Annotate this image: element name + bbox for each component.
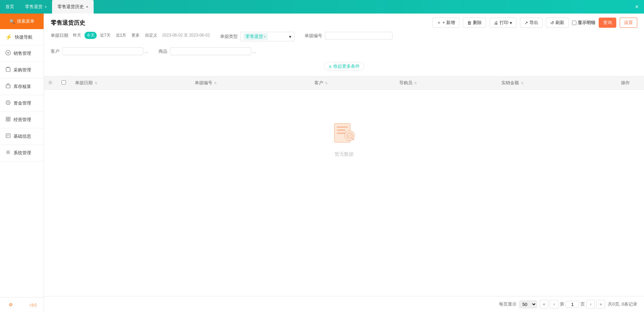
page-number-input[interactable] xyxy=(566,301,579,308)
date-more-btn[interactable]: 更多 xyxy=(129,32,142,39)
sidebar-item-inventory[interactable]: 库存核算 xyxy=(0,79,44,95)
empty-state: 暂无数据 xyxy=(44,90,644,184)
svg-rect-12 xyxy=(337,127,348,128)
finance-icon xyxy=(5,100,11,107)
print-button[interactable]: 🖨 打印 xyxy=(490,18,517,28)
filter-doc-no-group: 单据编号 xyxy=(305,32,392,40)
sidebar-item-quick-nav[interactable]: ⚡ 快捷导航 xyxy=(0,29,44,45)
query-button[interactable]: 查询 xyxy=(599,18,616,28)
page-first-btn[interactable]: « xyxy=(540,300,548,309)
sidebar-item-sales-mgmt-label: 销售管理 xyxy=(14,50,31,57)
page-size-select[interactable]: 20 50 100 xyxy=(519,300,537,308)
page-prev-btn[interactable]: ‹ xyxy=(550,300,558,309)
show-detail-checkbox[interactable] xyxy=(572,21,576,25)
sidebar-item-finance[interactable]: 资金管理 xyxy=(0,95,44,112)
sidebar-item-base-info[interactable]: 基础信息 xyxy=(0,128,44,145)
page-next-btn[interactable]: › xyxy=(586,300,595,309)
sidebar-menu: ⚡ 快捷导航 销售管理 采购管理 库存核算 xyxy=(0,29,44,297)
date-custom-btn[interactable]: 自定义 xyxy=(143,32,159,39)
th-actual-amount-label: 实销金额 xyxy=(501,80,519,85)
th-doc-no[interactable]: 单据编号 ⇅ xyxy=(191,76,310,90)
sidebar-item-sales-mgmt[interactable]: 销售管理 xyxy=(0,45,44,62)
tab-home-label: 首页 xyxy=(5,4,14,10)
doc-no-sort-icon: ⇅ xyxy=(214,81,217,85)
svg-rect-8 xyxy=(6,134,10,138)
sidebar-item-system-label: 系统管理 xyxy=(14,150,31,156)
date-last7-btn[interactable]: 近7天 xyxy=(98,32,113,39)
date-today-btn[interactable]: 今天 xyxy=(85,32,97,39)
th-doc-date[interactable]: 单据日期 ⇅ xyxy=(71,76,191,90)
page-total: 共0页, 0条记录 xyxy=(608,301,637,307)
sidebar-search[interactable]: 🔍 搜索菜单 xyxy=(0,14,44,29)
th-settings[interactable] xyxy=(44,76,57,90)
sidebar-item-system[interactable]: 系统管理 xyxy=(0,145,44,161)
delete-button[interactable]: 🗑 删除 xyxy=(463,18,486,28)
th-doc-date-label: 单据日期 xyxy=(75,80,93,85)
sidebar-item-base-info-label: 基础信息 xyxy=(14,133,31,139)
doc-no-input[interactable] xyxy=(325,32,392,40)
sidebar-settings-button[interactable]: ⚙ xyxy=(0,297,22,312)
show-detail-checkbox-label[interactable]: 显示明细 xyxy=(572,20,595,26)
sidebar-item-finance-label: 资金管理 xyxy=(14,100,31,106)
sidebar-item-operations-label: 经营管理 xyxy=(14,117,31,123)
new-button[interactable]: ＋ + 新增 xyxy=(432,18,459,28)
empty-text: 暂无数据 xyxy=(335,151,354,157)
type-select[interactable]: 零售退货 × xyxy=(240,32,294,41)
tab-retail-return-history[interactable]: 零售退货历史 × xyxy=(52,0,93,14)
goods-picker-icon[interactable]: ... xyxy=(253,49,256,54)
quick-nav-icon: ⚡ xyxy=(5,34,12,40)
type-filter-label: 单据类型 xyxy=(220,34,238,40)
date-yesterday-btn[interactable]: 昨天 xyxy=(71,32,83,39)
customer-filter-label: 客户 xyxy=(51,48,59,54)
page-word: 第 xyxy=(560,301,564,307)
customer-input[interactable] xyxy=(62,47,143,55)
th-actions-label: 操作 xyxy=(621,80,630,85)
page-nav: « ‹ 第 页 › » xyxy=(540,300,605,309)
date-last-month-btn[interactable]: 近1月 xyxy=(114,32,128,39)
th-customer[interactable]: 客户 ⇅ xyxy=(310,76,395,90)
svg-rect-4 xyxy=(6,117,8,119)
th-checkbox[interactable] xyxy=(57,76,71,90)
sidebar-search-label: 搜索菜单 xyxy=(17,18,34,24)
export-button[interactable]: ↗ 导出 xyxy=(520,18,543,28)
collapse-button[interactable]: ∧ 收起更多条件 xyxy=(324,62,364,71)
type-select-chevron xyxy=(289,34,291,39)
th-guide[interactable]: 导购员 ⇅ xyxy=(395,76,497,90)
main-layout: 🔍 搜索菜单 ⚡ 快捷导航 销售管理 采购管理 xyxy=(0,14,644,312)
tab-home[interactable]: 首页 xyxy=(0,0,20,14)
type-tag-close[interactable]: × xyxy=(264,35,266,39)
th-actual-amount[interactable]: 实销金额 ⇅ xyxy=(497,76,617,90)
empty-icon xyxy=(329,117,359,147)
sidebar-sound-button[interactable]: ◁◁ xyxy=(22,297,44,312)
customer-picker-icon[interactable]: ... xyxy=(145,49,148,54)
tab-retail-return[interactable]: 零售退货 × xyxy=(20,0,52,14)
page-title-row: 零售退货历史 ＋ + 新增 🗑 删除 🖨 打印 xyxy=(51,18,637,28)
type-tag-value: 零售退货 xyxy=(245,34,263,40)
page-unit: 页 xyxy=(580,301,585,307)
tab-retail-return-history-close[interactable]: × xyxy=(86,5,88,9)
window-close-button[interactable]: × xyxy=(629,3,644,10)
refresh-button[interactable]: ↺ 刷新 xyxy=(546,18,569,28)
show-detail-label: 显示明细 xyxy=(578,20,595,26)
page-last-btn[interactable]: » xyxy=(596,300,605,309)
content-area: 零售退货历史 ＋ + 新增 🗑 删除 🖨 打印 xyxy=(44,14,644,312)
tab-retail-return-close[interactable]: × xyxy=(45,5,47,9)
goods-input[interactable] xyxy=(170,47,251,55)
empty-state-cell: 暂无数据 xyxy=(44,90,644,185)
settings-button[interactable]: 设置 xyxy=(620,18,637,28)
sound-icon: ◁◁ xyxy=(29,302,36,307)
filter-date-group: 单据日期 昨天 今天 近7天 近1月 更多 自定义 2023-06-02 至 2… xyxy=(51,32,210,39)
toolbar: ＋ + 新增 🗑 删除 🖨 打印 ↗ 导出 xyxy=(432,18,637,28)
page-size-label: 每页显示 xyxy=(499,301,517,307)
delete-button-label: 删除 xyxy=(473,20,482,26)
plus-icon: ＋ xyxy=(437,20,441,26)
sidebar-item-operations[interactable]: 经营管理 xyxy=(0,112,44,128)
collapse-up-icon: ∧ xyxy=(329,64,332,69)
table-header-row: 单据日期 ⇅ 单据编号 ⇅ 客户 ⇅ 导购员 ⇅ xyxy=(44,76,644,90)
sidebar-item-purchase-mgmt[interactable]: 采购管理 xyxy=(0,62,44,79)
system-icon xyxy=(5,150,11,156)
refresh-button-label: 刷新 xyxy=(555,20,564,26)
select-all-checkbox[interactable] xyxy=(62,80,66,85)
page-header: 零售退货历史 ＋ + 新增 🗑 删除 🖨 打印 xyxy=(44,14,644,76)
settings-button-label: 设置 xyxy=(624,20,633,26)
